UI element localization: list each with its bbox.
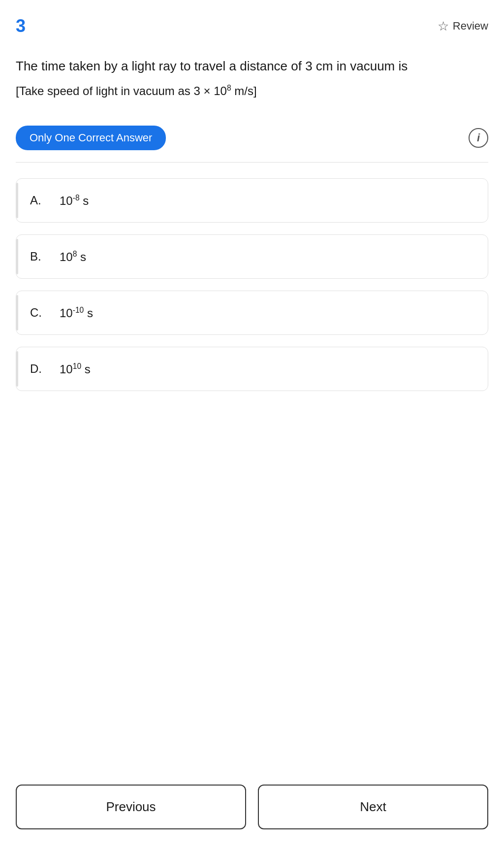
option-b-label: B. <box>30 250 60 263</box>
review-button[interactable]: ☆ Review <box>438 19 488 34</box>
option-d[interactable]: D. 1010 s <box>16 347 488 391</box>
option-c[interactable]: C. 10-10 s <box>16 291 488 335</box>
options-container: A. 10-8 s B. 108 s C. 10-10 s D. 1010 s <box>0 166 504 769</box>
option-d-text: 1010 s <box>60 362 91 376</box>
question-number: 3 <box>16 16 26 36</box>
question-main-text: The time taken by a light ray to travel … <box>16 56 488 76</box>
hint-suffix: m/s] <box>231 84 257 98</box>
option-c-text: 10-10 s <box>60 306 93 320</box>
option-b[interactable]: B. 108 s <box>16 234 488 279</box>
option-a[interactable]: A. 10-8 s <box>16 178 488 223</box>
option-a-label: A. <box>30 194 60 207</box>
question-body: The time taken by a light ray to travel … <box>0 48 504 112</box>
next-button[interactable]: Next <box>258 785 488 829</box>
footer-buttons: Previous Next <box>0 769 504 853</box>
option-c-label: C. <box>30 306 60 320</box>
hint-prefix: [Take speed of light in vacuum as 3 × 10 <box>16 84 227 98</box>
option-b-text: 108 s <box>60 250 86 264</box>
answer-type-badge[interactable]: Only One Correct Answer <box>16 126 166 150</box>
divider <box>16 162 488 163</box>
page-container: 3 ☆ Review The time taken by a light ray… <box>0 0 504 853</box>
answer-type-row: Only One Correct Answer i <box>0 116 504 158</box>
option-d-label: D. <box>30 362 60 376</box>
header: 3 ☆ Review <box>0 0 504 48</box>
option-a-text: 10-8 s <box>60 194 89 208</box>
info-icon[interactable]: i <box>469 128 488 148</box>
star-icon: ☆ <box>438 19 449 34</box>
hint-exp: 8 <box>227 84 231 92</box>
question-hint: [Take speed of light in vacuum as 3 × 10… <box>16 82 488 100</box>
previous-button[interactable]: Previous <box>16 785 246 829</box>
review-label: Review <box>453 20 488 33</box>
